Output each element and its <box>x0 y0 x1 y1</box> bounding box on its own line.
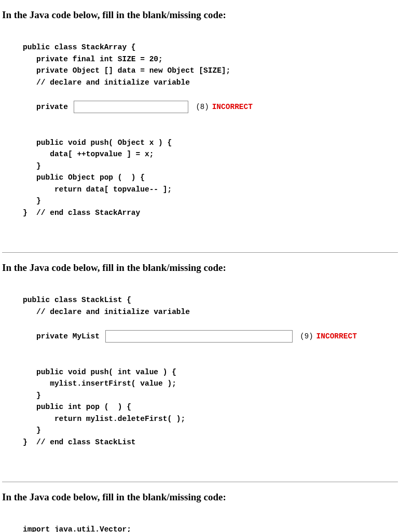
question-2: In the Java code below, fill in the blan… <box>2 253 398 482</box>
question-prompt: In the Java code below, fill in the blan… <box>2 492 398 503</box>
status-label: INCORRECT <box>212 103 253 111</box>
code-before: public class StackArray { private final … <box>23 42 398 88</box>
answer-input-8[interactable] <box>74 101 188 113</box>
code-before: import java.util.Vector; public class St… <box>23 524 398 532</box>
code-block: import java.util.Vector; public class St… <box>2 512 398 532</box>
blank-line: private (8)INCORRECT <box>23 100 398 114</box>
code-after: public void push( Object x ) { data[ ++t… <box>23 125 398 219</box>
blank-prefix: private MyList <box>23 332 104 340</box>
answer-input-9[interactable] <box>105 330 293 343</box>
blank-prefix: private <box>23 103 73 111</box>
code-after: public void push( int value ) { mylist.i… <box>23 354 398 448</box>
question-1: In the Java code below, fill in the blan… <box>2 0 398 253</box>
question-3: In the Java code below, fill in the blan… <box>2 482 398 532</box>
blank-line: private MyList (9)INCORRECT <box>23 330 398 343</box>
code-before: public class StackList { // declare and … <box>23 294 398 318</box>
status-label: INCORRECT <box>316 332 357 340</box>
code-block: public class StackList { // declare and … <box>2 283 398 471</box>
question-prompt: In the Java code below, fill in the blan… <box>2 262 398 274</box>
code-block: public class StackArray { private final … <box>2 30 398 242</box>
question-prompt: In the Java code below, fill in the blan… <box>2 9 398 21</box>
blank-marker: (9) <box>300 332 313 340</box>
blank-marker: (8) <box>196 103 209 111</box>
